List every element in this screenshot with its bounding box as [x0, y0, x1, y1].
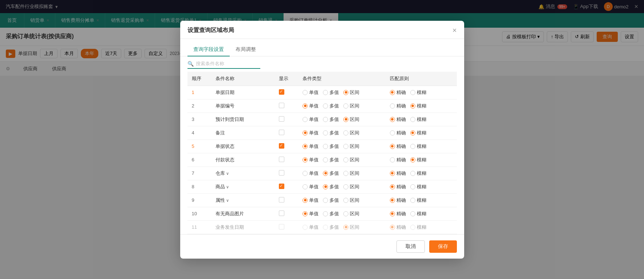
match-radio-模糊[interactable]: 模糊 [410, 103, 426, 109]
display-checkbox[interactable] [279, 143, 284, 149]
match-radio-模糊[interactable]: 模糊 [410, 211, 426, 217]
display-checkbox[interactable] [279, 170, 284, 176]
match-radio-模糊[interactable]: 模糊 [410, 170, 426, 177]
type-radio-多值[interactable]: 多值 [323, 116, 339, 123]
match-radio-模糊[interactable]: 模糊 [410, 89, 426, 96]
match-radio-精确[interactable]: 精确 [390, 224, 406, 231]
type-radio-多值[interactable]: 多值 [323, 211, 339, 217]
type-radio-单值[interactable]: 单值 [303, 89, 319, 96]
th-name: 条件名称 [211, 72, 274, 86]
match-radio-精确[interactable]: 精确 [390, 197, 406, 204]
match-radio-精确[interactable]: 精确 [390, 103, 406, 109]
cell-display[interactable] [274, 193, 298, 207]
save-button[interactable]: 保存 [429, 240, 457, 253]
match-radio-精确[interactable]: 精确 [390, 130, 406, 136]
cell-type: 单值多值区间 [298, 153, 385, 166]
match-radio-精确[interactable]: 精确 [390, 143, 406, 150]
type-radio-区间[interactable]: 区间 [343, 130, 359, 136]
display-checkbox[interactable] [279, 224, 284, 229]
modal-close-button[interactable]: × [453, 27, 457, 34]
match-radio-精确[interactable]: 精确 [390, 157, 406, 163]
type-radio-区间[interactable]: 区间 [343, 103, 359, 109]
cell-order: 3 [187, 113, 211, 126]
type-radio-区间[interactable]: 区间 [343, 143, 359, 150]
type-radio-单值[interactable]: 单值 [303, 116, 319, 123]
type-radio-单值[interactable]: 单值 [303, 157, 319, 163]
search-input[interactable] [196, 61, 260, 66]
cell-order: 9 [187, 193, 211, 207]
cell-display[interactable] [274, 99, 298, 113]
match-radio-精确[interactable]: 精确 [390, 184, 406, 190]
type-radio-单值[interactable]: 单值 [303, 224, 319, 231]
cell-display[interactable] [274, 86, 298, 99]
type-radio-单值[interactable]: 单值 [303, 143, 319, 150]
cell-display[interactable] [274, 113, 298, 126]
type-radio-多值[interactable]: 多值 [323, 224, 339, 231]
type-radio-单值[interactable]: 单值 [303, 184, 319, 190]
match-radio-模糊[interactable]: 模糊 [410, 157, 426, 163]
cell-display[interactable] [274, 153, 298, 166]
display-checkbox[interactable] [279, 157, 284, 162]
type-radio-多值[interactable]: 多值 [323, 130, 339, 136]
cell-order: 4 [187, 126, 211, 140]
type-radio-多值[interactable]: 多值 [323, 157, 339, 163]
type-radio-单值[interactable]: 单值 [303, 130, 319, 136]
type-radio-区间[interactable]: 区间 [343, 170, 359, 177]
cell-name: 单据日期 [211, 86, 274, 99]
display-checkbox[interactable] [279, 116, 284, 122]
type-radio-区间[interactable]: 区间 [343, 184, 359, 190]
type-radio-单值[interactable]: 单值 [303, 197, 319, 204]
cell-order: 6 [187, 153, 211, 166]
type-radio-单值[interactable]: 单值 [303, 103, 319, 109]
match-radio-模糊[interactable]: 模糊 [410, 184, 426, 190]
type-radio-多值[interactable]: 多值 [323, 89, 339, 96]
cell-display[interactable] [274, 140, 298, 153]
type-radio-区间[interactable]: 区间 [343, 197, 359, 204]
display-checkbox[interactable] [279, 197, 284, 203]
match-radio-模糊[interactable]: 模糊 [410, 143, 426, 150]
match-radio-精确[interactable]: 精确 [390, 89, 406, 96]
match-radio-精确[interactable]: 精确 [390, 170, 406, 177]
cell-name: 属性 ∨ [211, 193, 274, 207]
cell-name: 商品 ∨ [211, 180, 274, 193]
display-checkbox[interactable] [279, 184, 284, 189]
type-radio-单值[interactable]: 单值 [303, 211, 319, 217]
modal-tab-layout[interactable]: 布局调整 [230, 43, 262, 56]
type-radio-区间[interactable]: 区间 [343, 211, 359, 217]
table-row: 2单据编号单值多值区间精确模糊 [187, 99, 457, 113]
type-radio-区间[interactable]: 区间 [343, 157, 359, 163]
search-wrapper: 🔍 [187, 61, 260, 69]
type-radio-多值[interactable]: 多值 [323, 103, 339, 109]
type-radio-区间[interactable]: 区间 [343, 116, 359, 123]
modal-table-header-row: 顺序 条件名称 显示 条件类型 匹配原则 [187, 72, 457, 86]
cell-match: 精确模糊 [386, 166, 457, 180]
cell-order: 11 [187, 220, 211, 234]
display-checkbox[interactable] [279, 103, 284, 108]
cancel-button[interactable]: 取消 [396, 240, 425, 253]
type-radio-多值[interactable]: 多值 [323, 143, 339, 150]
match-radio-精确[interactable]: 精确 [390, 211, 406, 217]
cell-display[interactable] [274, 220, 298, 234]
modal-tab-query-fields[interactable]: 查询字段设置 [187, 43, 230, 56]
type-radio-单值[interactable]: 单值 [303, 170, 319, 177]
cell-display[interactable] [274, 166, 298, 180]
type-radio-多值[interactable]: 多值 [323, 170, 339, 177]
match-radio-模糊[interactable]: 模糊 [410, 197, 426, 204]
match-radio-精确[interactable]: 精确 [390, 116, 406, 123]
cell-display[interactable] [274, 180, 298, 193]
cell-display[interactable] [274, 126, 298, 140]
display-checkbox[interactable] [279, 211, 284, 216]
display-checkbox[interactable] [279, 89, 284, 95]
modal-table: 顺序 条件名称 显示 条件类型 匹配原则 1单据日期单值多值区间精确模糊2单据编… [187, 72, 457, 234]
modal-search-area: 🔍 [180, 56, 464, 72]
match-radio-模糊[interactable]: 模糊 [410, 224, 426, 231]
match-radio-模糊[interactable]: 模糊 [410, 116, 426, 123]
type-radio-区间[interactable]: 区间 [343, 224, 359, 231]
cell-display[interactable] [274, 207, 298, 220]
type-radio-区间[interactable]: 区间 [343, 89, 359, 96]
display-checkbox[interactable] [279, 130, 284, 135]
type-radio-多值[interactable]: 多值 [323, 197, 339, 204]
match-radio-模糊[interactable]: 模糊 [410, 130, 426, 136]
modal-table-wrap[interactable]: 顺序 条件名称 显示 条件类型 匹配原则 1单据日期单值多值区间精确模糊2单据编… [180, 72, 464, 234]
type-radio-多值[interactable]: 多值 [323, 184, 339, 190]
